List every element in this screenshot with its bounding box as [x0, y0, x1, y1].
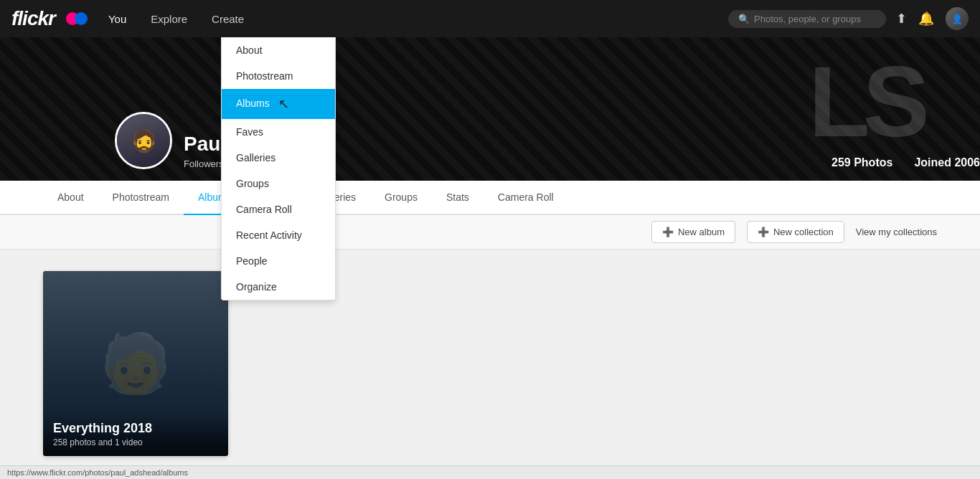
flickr-logo[interactable]: flickr	[11, 7, 55, 30]
albums-toolbar: ➕ New album ➕ New collection View my col…	[0, 215, 980, 250]
flickr-icon	[65, 7, 88, 30]
dropdown-photostream[interactable]: Photostream	[222, 63, 335, 89]
add-album-icon: ➕	[662, 227, 674, 237]
notifications-icon[interactable]: 🔔	[918, 11, 934, 27]
tab-photostream[interactable]: Photostream	[98, 181, 184, 215]
tab-stats[interactable]: Stats	[432, 181, 484, 215]
dropdown-about[interactable]: About	[222, 37, 335, 63]
new-album-button[interactable]: ➕ New album	[651, 221, 735, 243]
avatar[interactable]: 👤	[946, 7, 969, 30]
status-url: https://www.flickr.com/photos/paul_adshe…	[7, 468, 188, 477]
svg-point-2	[70, 16, 75, 22]
profile-tabs: About Photostream Albums Faves Galleries…	[0, 181, 980, 215]
add-collection-icon: ➕	[758, 227, 769, 237]
dropdown-groups[interactable]: Groups	[222, 171, 335, 196]
nav-create[interactable]: Create	[202, 9, 254, 29]
new-collection-label: New collection	[773, 227, 834, 237]
albums-content: 🧓 Everything 2018 258 photos and 1 video	[0, 250, 980, 478]
dropdown-galleries[interactable]: Galleries	[222, 145, 335, 171]
profile-banner: LS 🧔 Paul Adshead Followers • 233 Follow…	[0, 37, 980, 181]
album-figure-icon: 🧓	[100, 335, 171, 392]
nav-explore[interactable]: Explore	[141, 9, 197, 29]
status-bar: https://www.flickr.com/photos/paul_adshe…	[0, 465, 980, 478]
search-bar: 🔍	[728, 10, 886, 28]
new-collection-button[interactable]: ➕ New collection	[747, 221, 844, 243]
album-count: 258 photos and 1 video	[53, 437, 218, 447]
dropdown-albums[interactable]: Albums ↖	[222, 89, 335, 119]
search-input[interactable]	[754, 14, 876, 24]
search-icon: 🔍	[738, 14, 750, 24]
top-navigation: flickr You Explore Create 🔍 ⬆ 🔔 👤	[0, 0, 980, 37]
upload-icon[interactable]: ⬆	[896, 11, 907, 27]
album-overlay: Everything 2018 258 photos and 1 video	[43, 412, 228, 456]
avatar-image: 👤	[946, 7, 969, 30]
dropdown-camera-roll[interactable]: Camera Roll	[222, 196, 335, 222]
album-title: Everything 2018	[53, 421, 218, 436]
profile-avatar: 🧔	[115, 112, 172, 169]
profile-avatar-image: 🧔	[117, 114, 170, 167]
photos-count: 259 Photos	[831, 156, 892, 169]
dropdown-people[interactable]: People	[222, 248, 335, 274]
photos-stat: 259 Photos	[831, 156, 892, 169]
album-card[interactable]: 🧓 Everything 2018 258 photos and 1 video	[43, 271, 228, 456]
profile-stats: 259 Photos Joined 2006	[831, 156, 980, 169]
dropdown-recent-activity[interactable]: Recent Activity	[222, 222, 335, 248]
nav-icons: ⬆ 🔔 👤	[896, 7, 969, 30]
tab-camera-roll[interactable]: Camera Roll	[484, 181, 568, 215]
nav-you[interactable]: You	[98, 9, 136, 29]
tab-groups[interactable]: Groups	[370, 181, 432, 215]
dropdown-organize[interactable]: Organize	[222, 274, 335, 300]
dropdown-faves[interactable]: Faves	[222, 119, 335, 145]
view-collections-link[interactable]: View my collections	[856, 227, 937, 237]
nav-links: You Explore Create	[98, 9, 728, 29]
new-album-label: New album	[678, 227, 725, 237]
joined-year: Joined 2006	[914, 156, 980, 169]
you-dropdown-menu: About Photostream Albums ↖ Faves Galleri…	[221, 37, 336, 300]
joined-stat: Joined 2006	[914, 156, 980, 169]
tab-about[interactable]: About	[43, 181, 98, 215]
svg-point-3	[78, 16, 84, 22]
